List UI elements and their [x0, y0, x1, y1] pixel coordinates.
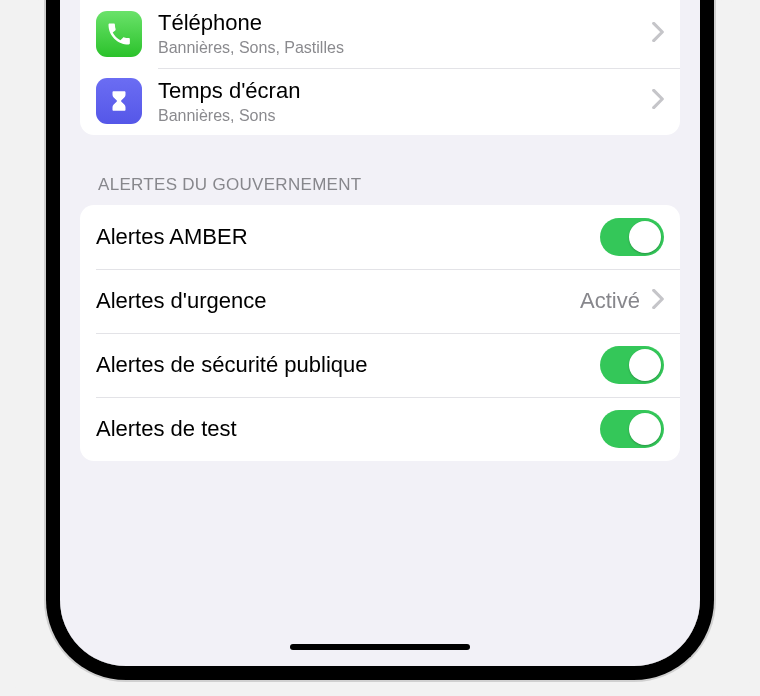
settings-screen: Téléphone Bannières, Sons, Pastilles	[60, 0, 700, 666]
app-row-screentime[interactable]: Temps d'écran Bannières, Sons	[80, 68, 680, 136]
chevron-right-icon	[652, 289, 664, 313]
setting-value: Activé	[580, 288, 640, 314]
setting-label: Alertes de sécurité publique	[96, 352, 600, 378]
setting-label: Alertes d'urgence	[96, 288, 580, 314]
app-row-telephone[interactable]: Téléphone Bannières, Sons, Pastilles	[80, 0, 680, 68]
setting-label: Alertes AMBER	[96, 224, 600, 250]
row-amber-alerts[interactable]: Alertes AMBER	[80, 205, 680, 269]
chevron-right-icon	[652, 22, 664, 46]
toggle-amber[interactable]	[600, 218, 664, 256]
row-emergency-alerts[interactable]: Alertes d'urgence Activé	[80, 269, 680, 333]
toggle-knob	[629, 349, 661, 381]
row-test-alerts[interactable]: Alertes de test	[80, 397, 680, 461]
phone-icon	[96, 11, 142, 57]
home-indicator[interactable]	[290, 644, 470, 650]
app-subtitle: Bannières, Sons, Pastilles	[158, 38, 642, 57]
app-title: Temps d'écran	[158, 78, 642, 104]
phone-frame: Téléphone Bannières, Sons, Pastilles	[46, 0, 714, 680]
gov-alerts-group: Alertes AMBER Alertes d'urgence Activé A…	[80, 205, 680, 461]
app-notifications-group: Téléphone Bannières, Sons, Pastilles	[80, 0, 680, 135]
app-title: Téléphone	[158, 10, 642, 36]
setting-label: Alertes de test	[96, 416, 600, 442]
section-header-gov: ALERTES DU GOUVERNEMENT	[80, 135, 680, 205]
toggle-knob	[629, 221, 661, 253]
toggle-public-safety[interactable]	[600, 346, 664, 384]
row-public-safety-alerts[interactable]: Alertes de sécurité publique	[80, 333, 680, 397]
toggle-knob	[629, 413, 661, 445]
chevron-right-icon	[652, 89, 664, 113]
toggle-test-alerts[interactable]	[600, 410, 664, 448]
app-subtitle: Bannières, Sons	[158, 106, 642, 125]
hourglass-icon	[96, 78, 142, 124]
